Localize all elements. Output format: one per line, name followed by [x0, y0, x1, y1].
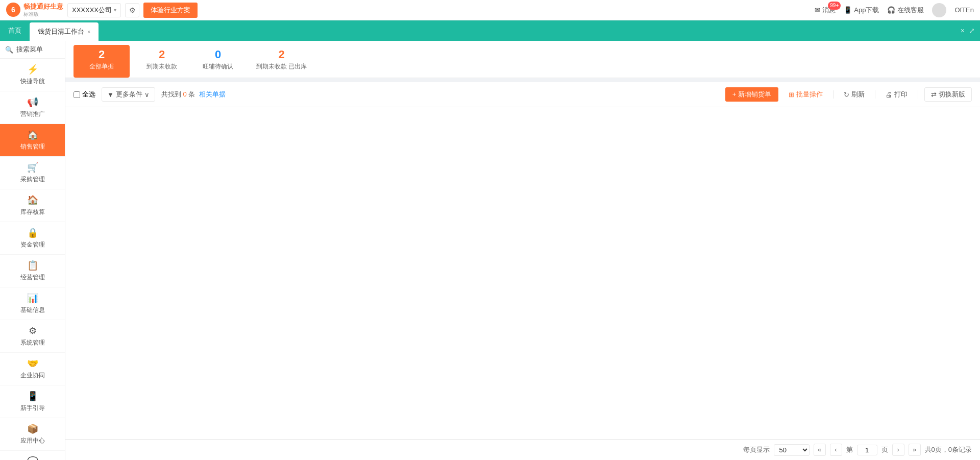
tabnav: 首页 钱货日清工作台 × × ⤢ — [0, 20, 980, 41]
stat-count-all: 2 — [99, 48, 105, 61]
shortcut-icon: ⚡ — [27, 64, 38, 75]
sidebar-label-sales: 销售管理 — [20, 142, 45, 151]
new-sale-button[interactable]: + 新增销货单 — [725, 87, 778, 102]
sidebar-label-shortcut: 快捷导航 — [20, 77, 45, 86]
stat-label-overdue-shipped: 到期未收款 已出库 — [256, 62, 307, 71]
logo-main: 畅捷通好生意 — [23, 3, 63, 11]
app-download-label: App下载 — [854, 6, 879, 15]
sidebar-label-finance: 资金管理 — [20, 240, 45, 249]
logo-sub: 标准版 — [23, 11, 63, 17]
chevron-down-icon: ▾ — [114, 7, 116, 13]
stat-tab-all[interactable]: 2 全部单据 — [74, 45, 130, 78]
operation-icon: 📋 — [27, 260, 38, 271]
table-area — [65, 107, 980, 439]
stat-label-overdue: 到期未收款 — [146, 62, 177, 71]
message-icon: ✉ — [815, 6, 820, 14]
total-info: 共0页，0条记录 — [925, 445, 972, 454]
toolbar: 全选 ▼ 更多条件 ∨ 共找到 0 条 相关单据 + 新增销货单 ⊞ 批量操作 — [65, 82, 980, 107]
switch-icon: ⇄ — [931, 91, 937, 99]
sales-icon: 🏠 — [27, 129, 38, 140]
switch-version-button[interactable]: ⇄ 切换新版 — [924, 87, 972, 102]
sidebar-label-inventory: 库存核算 — [20, 208, 45, 216]
filter-label: 更多条件 — [116, 90, 142, 99]
stat-tab-wangfu[interactable]: 0 旺辅待确认 — [190, 45, 246, 78]
online-service-button[interactable]: 🎧 在线客服 — [887, 6, 924, 15]
select-all-checkbox[interactable]: 全选 — [74, 90, 95, 99]
prev-page-icon: ‹ — [835, 446, 837, 453]
print-button[interactable]: 🖨 打印 — [881, 88, 912, 101]
stat-label-wangfu: 旺辅待确认 — [203, 62, 233, 71]
per-page-label: 每页显示 — [743, 445, 770, 454]
select-all-input[interactable] — [74, 91, 80, 98]
sidebar-item-inventory[interactable]: 🏠 库存核算 — [0, 189, 65, 222]
tab-home-label: 首页 — [8, 26, 21, 35]
sidebar-search[interactable]: 🔍 搜索菜单 — [0, 41, 65, 59]
sidebar-item-weixin[interactable]: 💬 企业微信 — [0, 451, 65, 460]
maximize-icon[interactable]: ⤢ — [969, 27, 975, 35]
sidebar-item-base[interactable]: 📊 基础信息 — [0, 287, 65, 320]
divider3 — [918, 90, 918, 99]
stat-tab-overdue[interactable]: 2 到期未收款 — [134, 45, 190, 78]
sidebar-label-operation: 经营管理 — [20, 273, 45, 282]
first-page-button[interactable]: « — [814, 444, 826, 456]
found-count: 0 — [183, 90, 187, 98]
related-label[interactable]: 相关单据 — [199, 90, 226, 98]
sidebar-label-system: 系统管理 — [20, 338, 45, 347]
batch-op-icon: ⊞ — [789, 91, 794, 99]
enterprise-icon: 🤝 — [27, 358, 38, 369]
last-page-button[interactable]: » — [909, 444, 921, 456]
message-button[interactable]: ✉ 消息 99+ — [815, 6, 836, 15]
sidebar-label-guide: 新手引导 — [20, 404, 45, 413]
sidebar-label-marketing: 营销推广 — [20, 110, 45, 118]
avatar[interactable] — [932, 3, 946, 17]
minimize-icon[interactable]: × — [961, 27, 965, 35]
topbar: 6 畅捷通好生意 标准版 XXXXXX公司 ▾ ⚙ 体验行业方案 ✉ 消息 99… — [0, 0, 980, 20]
sidebar-item-enterprise[interactable]: 🤝 企业协同 — [0, 353, 65, 385]
found-unit: 条 — [188, 90, 195, 98]
next-page-button[interactable]: › — [892, 444, 904, 456]
sidebar-item-operation[interactable]: 📋 经营管理 — [0, 255, 65, 287]
try-industry-button[interactable]: 体验行业方案 — [143, 3, 198, 18]
print-icon: 🖨 — [886, 91, 892, 99]
sidebar-item-guide[interactable]: 📱 新手引导 — [0, 385, 65, 418]
avatar-name: OfTEn — [954, 6, 974, 14]
last-page-icon: » — [913, 446, 916, 453]
app-download-button[interactable]: 📱 App下载 — [844, 6, 879, 15]
select-all-label: 全选 — [82, 90, 95, 99]
filter-icon: ▼ — [107, 91, 114, 99]
settings-button[interactable]: ⚙ — [125, 3, 139, 17]
stat-tab-overdue-shipped[interactable]: 2 到期未收款 已出库 — [246, 45, 317, 78]
sidebar-item-shortcut[interactable]: ⚡ 快捷导航 — [0, 59, 65, 91]
tab-cashflow-workbench[interactable]: 钱货日清工作台 × — [30, 22, 99, 41]
sidebar: 🔍 搜索菜单 ⚡ 快捷导航 📢 营销推广 🏠 销售管理 🛒 采购管理 🏠 — [0, 41, 65, 460]
topbar-right: ✉ 消息 99+ 📱 App下载 🎧 在线客服 OfTEn — [815, 3, 974, 17]
tab-home[interactable]: 首页 — [0, 20, 30, 41]
tab-close-icon[interactable]: × — [87, 29, 90, 35]
sidebar-item-marketing[interactable]: 📢 营销推广 — [0, 91, 65, 124]
sidebar-item-purchase[interactable]: 🛒 采购管理 — [0, 157, 65, 189]
sidebar-item-finance[interactable]: 🔒 资金管理 — [0, 222, 65, 255]
stat-label-all: 全部单据 — [89, 62, 114, 71]
filter-button[interactable]: ▼ 更多条件 ∨ — [102, 87, 155, 102]
sidebar-item-appcenter[interactable]: 📦 应用中心 — [0, 418, 65, 451]
refresh-button[interactable]: ↻ 刷新 — [840, 88, 869, 101]
weixin-icon: 💬 — [27, 456, 38, 460]
sidebar-item-sales[interactable]: 🏠 销售管理 — [0, 124, 65, 157]
sidebar-top: 🔍 搜索菜单 ⚡ 快捷导航 📢 营销推广 🏠 销售管理 🛒 采购管理 🏠 — [0, 41, 65, 460]
found-text: 共找到 0 条 相关单据 — [161, 90, 226, 99]
prev-page-button[interactable]: ‹ — [830, 444, 842, 456]
stats-tabs: 2 全部单据 2 到期未收款 0 旺辅待确认 2 到期未收款 已出库 — [65, 41, 980, 78]
page-prefix: 第 — [846, 445, 853, 454]
company-selector[interactable]: XXXXXX公司 ▾ — [67, 3, 121, 17]
batch-op-button[interactable]: ⊞ 批量操作 — [785, 88, 827, 101]
inventory-icon: 🏠 — [27, 195, 38, 206]
sidebar-label-purchase: 采购管理 — [20, 175, 45, 184]
purchase-icon: 🛒 — [27, 162, 38, 173]
tab-cashflow-label: 钱货日清工作台 — [38, 27, 84, 36]
online-service-icon: 🎧 — [887, 6, 895, 14]
sidebar-item-system[interactable]: ⚙ 系统管理 — [0, 320, 65, 353]
page-label: 页 — [881, 445, 888, 454]
per-page-select[interactable]: 50 10 20 100 — [774, 444, 810, 456]
page-input[interactable] — [857, 445, 877, 455]
print-label: 打印 — [894, 90, 908, 99]
